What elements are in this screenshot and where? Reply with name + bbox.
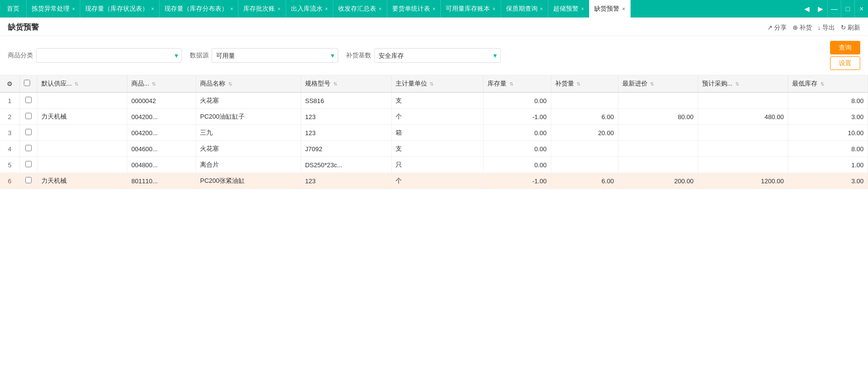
export-icon: ↓	[818, 24, 821, 31]
nav-tab-label-5: 收发存汇总表	[338, 4, 376, 13]
settings-button[interactable]: 设置	[830, 56, 860, 70]
cell-check-5	[19, 173, 37, 189]
th-spec[interactable]: 规格型号 ⇅	[301, 75, 391, 92]
nav-tab-10[interactable]: 缺货预警 ×	[589, 0, 630, 18]
cell-row-num-2: 3	[0, 125, 19, 141]
th-product-code[interactable]: 商品... ⇅	[127, 75, 196, 92]
row-checkbox-2[interactable]	[25, 129, 32, 135]
nav-tab-close-3[interactable]: ×	[277, 6, 280, 12]
cell-estimated-purchase-4	[698, 157, 788, 173]
th-latest-price[interactable]: 最新进价 ⇅	[618, 75, 698, 92]
row-checkbox-3[interactable]	[25, 145, 32, 151]
th-settings[interactable]: ⚙	[0, 75, 19, 92]
th-unit-label: 主计量单位	[396, 80, 427, 87]
th-unit[interactable]: 主计量单位 ⇅	[391, 75, 484, 92]
nav-tab-4[interactable]: 出入库流水 ×	[286, 0, 333, 18]
nav-tab-close-0[interactable]: ×	[72, 6, 75, 12]
nav-maximize-btn[interactable]: □	[841, 0, 854, 18]
cell-supplier-0	[37, 92, 127, 109]
cell-replenish-qty-4	[551, 157, 618, 173]
th-default-supplier[interactable]: 默认供应... ⇅	[37, 75, 127, 92]
data-source-label: 数据源	[190, 51, 209, 60]
th-estimated-purchase[interactable]: 预计采购... ⇅	[698, 75, 788, 92]
nav-tab-7[interactable]: 可用量库存账本 ×	[441, 0, 501, 18]
cell-min-stock-3: 8.00	[788, 141, 868, 157]
th-product-name[interactable]: 商品名称 ⇅	[196, 75, 301, 92]
refresh-button[interactable]: ↻ 刷新	[841, 23, 860, 32]
cell-row-num-5: 6	[0, 173, 19, 189]
cell-latest-price-4	[618, 157, 698, 173]
sort-icon-product-name: ⇅	[228, 81, 232, 87]
query-button[interactable]: 查询	[830, 41, 860, 54]
th-replenish-qty[interactable]: 补货量 ⇅	[551, 75, 618, 92]
cell-check-3	[19, 141, 37, 157]
nav-restore-btn[interactable]: —	[827, 0, 841, 18]
nav-tab-close-10[interactable]: ×	[622, 6, 625, 12]
row-checkbox-5[interactable]	[25, 177, 32, 183]
nav-tab-1[interactable]: 现存量（库存状况表） ×	[80, 0, 159, 18]
nav-tab-close-2[interactable]: ×	[230, 6, 233, 12]
nav-tab-0[interactable]: 拣货异常处理 ×	[27, 0, 80, 18]
cell-product-code-3: 004600...	[127, 141, 196, 157]
row-checkbox-0[interactable]	[25, 97, 32, 103]
th-stock[interactable]: 库存量 ⇅	[484, 75, 551, 92]
sort-icon-product-code: ⇅	[152, 81, 156, 87]
nav-tab-5[interactable]: 收发存汇总表 ×	[333, 0, 387, 18]
nav-tab-close-4[interactable]: ×	[325, 6, 328, 12]
nav-next-btn[interactable]: ▶	[814, 0, 827, 18]
nav-tab-label-6: 要货单统计表	[392, 4, 430, 13]
cell-estimated-purchase-3	[698, 141, 788, 157]
cell-unit-3: 支	[391, 141, 484, 157]
nav-tab-close-9[interactable]: ×	[581, 6, 584, 12]
cell-estimated-purchase-2	[698, 125, 788, 141]
row-checkbox-1[interactable]	[25, 113, 32, 119]
export-button[interactable]: ↓ 导出	[818, 23, 835, 32]
table-row: 5 004800... 离合片 DS250*23c... 只 0.00 1.00	[0, 157, 868, 173]
cell-latest-price-5: 200.00	[618, 173, 698, 189]
sort-icon-estimated-purchase: ⇅	[735, 81, 739, 87]
nav-close-btn[interactable]: ×	[854, 0, 868, 18]
filter-actions: 查询 设置	[830, 41, 860, 70]
nav-tab-close-1[interactable]: ×	[151, 6, 154, 12]
cell-check-4	[19, 157, 37, 173]
nav-tab-label-3: 库存批次账	[243, 4, 275, 13]
nav-tab-6[interactable]: 要货单统计表 ×	[387, 0, 441, 18]
th-latest-price-label: 最新进价	[622, 80, 648, 87]
replenishment-base-select[interactable]: 安全库存	[374, 48, 501, 63]
data-source-select[interactable]: 可用量	[212, 48, 338, 63]
cell-stock-4: 0.00	[484, 157, 551, 173]
product-category-select[interactable]	[36, 48, 182, 63]
row-checkbox-4[interactable]	[25, 161, 32, 167]
nav-tab-8[interactable]: 保质期查询 ×	[501, 0, 548, 18]
cell-product-code-5: 801110...	[127, 173, 196, 189]
filter-group-data-source: 数据源 可用量	[190, 48, 338, 63]
replenishment-base-label: 补货基数	[346, 51, 371, 60]
cell-replenish-qty-1: 6.00	[551, 109, 618, 125]
cell-min-stock-1: 3.00	[788, 109, 868, 125]
nav-tab-2[interactable]: 现存量（库存分布表） ×	[160, 0, 238, 18]
cell-product-code-1: 004200...	[127, 109, 196, 125]
nav-tab-close-6[interactable]: ×	[433, 6, 435, 12]
product-category-label: 商品分类	[8, 51, 33, 60]
th-spec-label: 规格型号	[305, 80, 330, 87]
sort-icon-latest-price: ⇅	[650, 81, 654, 87]
nav-tab-9[interactable]: 超储预警 ×	[548, 0, 589, 18]
cell-stock-1: -1.00	[484, 109, 551, 125]
nav-prev-btn[interactable]: ◀	[800, 0, 814, 18]
nav-home[interactable]: 首页	[0, 0, 27, 18]
nav-tab-close-8[interactable]: ×	[540, 6, 543, 12]
select-all-checkbox[interactable]	[24, 80, 30, 86]
cell-check-0	[19, 92, 37, 109]
cell-supplier-4	[37, 157, 127, 173]
cell-min-stock-2: 10.00	[788, 125, 868, 141]
replenish-button[interactable]: ⊕ 补货	[793, 23, 812, 32]
nav-tab-3[interactable]: 库存批次账 ×	[238, 0, 286, 18]
nav-tab-close-7[interactable]: ×	[492, 6, 495, 12]
th-min-stock[interactable]: 最低库存 ⇅	[788, 75, 868, 92]
nav-tab-close-5[interactable]: ×	[379, 6, 381, 12]
share-button[interactable]: ↗ 分享	[767, 23, 787, 32]
cell-product-name-2: 三九	[196, 125, 301, 141]
cell-min-stock-5: 3.00	[788, 173, 868, 189]
nav-tab-label-7: 可用量库存账本	[446, 4, 490, 13]
cell-check-2	[19, 125, 37, 141]
